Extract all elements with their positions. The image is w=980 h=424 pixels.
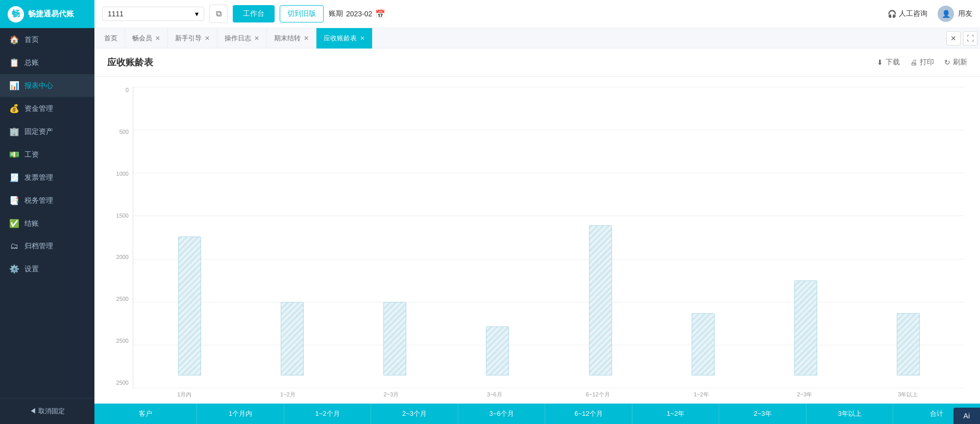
action-打印[interactable]: 🖨打印	[910, 58, 934, 67]
x-label: 2~3月	[339, 391, 443, 398]
table-header-cell: 3年以上	[806, 404, 894, 424]
y-label: 1500	[110, 213, 129, 219]
switch-version-button[interactable]: 切到旧版	[280, 5, 324, 22]
ai-badge[interactable]: Ai	[953, 408, 980, 424]
tab-close-icon[interactable]: ✕	[304, 35, 309, 42]
nav-icon: ⚙️	[9, 264, 19, 274]
tab-close-icon[interactable]: ✕	[205, 35, 210, 42]
tab-首页[interactable]: 首页	[97, 28, 125, 49]
sidebar-item-发票管理[interactable]: 🧾 发票管理	[0, 166, 94, 189]
action-label: 下载	[886, 58, 900, 67]
sidebar-item-label: 资金管理	[24, 104, 53, 113]
y-axis: 2500250025002000150010005000	[110, 87, 133, 398]
topbar-right: 🎧 人工咨询 👤 用友	[888, 6, 972, 22]
sidebar: 畅 畅捷通易代账 🏠 首页 📋 总账 📊 报表中心 💰 资金管理 🏢 固定资产 …	[0, 0, 94, 424]
bar	[178, 237, 201, 375]
content-area: 应收账龄表 ⬇下载🖨打印↻刷新 250025002500200015001000…	[94, 49, 980, 424]
bar-group	[446, 326, 549, 375]
bar-group	[857, 313, 960, 375]
sidebar-item-label: 归档管理	[24, 242, 53, 251]
sidebar-item-固定资产[interactable]: 🏢 固定资产	[0, 120, 94, 143]
table-header-cell: 2~3个月	[371, 404, 458, 424]
tab-新手引导[interactable]: 新手引导✕	[168, 28, 217, 49]
sidebar-item-设置[interactable]: ⚙️ 设置	[0, 257, 94, 280]
logo-text: 畅捷通易代账	[28, 9, 74, 19]
calendar-icon[interactable]: 📅	[375, 9, 385, 19]
tab-close-icon[interactable]: ✕	[155, 35, 160, 42]
tab-label: 期末结转	[274, 34, 301, 43]
action-icon: ⬇	[877, 58, 883, 66]
period-value: 2023-02	[346, 10, 372, 18]
tab-畅会员[interactable]: 畅会员✕	[125, 28, 168, 49]
tab-操作日志[interactable]: 操作日志✕	[217, 28, 267, 49]
table-header-cell: 客户	[94, 404, 197, 424]
table-header: 客户1个月内1~2个月2~3个月3~6个月6~12个月1~2年2~3年3年以上合…	[94, 404, 980, 424]
grid-lines	[133, 87, 965, 388]
chart-container: 2500250025002000150010005000 1月内1~2月2~3月…	[94, 77, 980, 404]
action-下载[interactable]: ⬇下载	[877, 58, 900, 67]
tab-期末结转[interactable]: 期末结转✕	[267, 28, 316, 49]
grid-line	[133, 388, 965, 388]
header-actions: ⬇下载🖨打印↻刷新	[877, 58, 967, 67]
bar	[281, 302, 304, 375]
sidebar-item-税务管理[interactable]: 📑 税务管理	[0, 189, 94, 212]
headset-icon: 🎧	[888, 10, 896, 18]
period-label: 账期	[329, 9, 343, 18]
x-label: 3~6月	[443, 391, 547, 398]
close-tab-button[interactable]: ✕	[946, 31, 961, 45]
sidebar-item-结账[interactable]: ✅ 结账	[0, 212, 94, 235]
tab-close-icon[interactable]: ✕	[254, 35, 259, 42]
action-icon: ↻	[944, 58, 950, 66]
workbench-button[interactable]: 工作台	[233, 5, 275, 22]
y-label: 2500	[110, 338, 129, 344]
tabs-container: 首页畅会员✕新手引导✕操作日志✕期末结转✕应收账龄表✕	[97, 28, 946, 49]
action-刷新[interactable]: ↻刷新	[944, 58, 967, 67]
period-info: 账期 2023-02 📅	[329, 9, 385, 19]
sidebar-item-label: 结账	[24, 219, 39, 228]
tab-close-icon[interactable]: ✕	[360, 35, 365, 42]
bar	[794, 280, 817, 375]
x-label: 1~2年	[650, 391, 753, 398]
nav-icon: 📑	[9, 196, 19, 205]
bar	[589, 225, 612, 375]
sidebar-item-首页[interactable]: 🏠 首页	[0, 28, 94, 51]
consultation-label: 人工咨询	[899, 9, 927, 18]
bar-group	[344, 302, 446, 375]
bar	[486, 326, 509, 375]
bar-group	[754, 280, 857, 375]
logo-icon: 畅	[8, 6, 24, 22]
tab-label: 操作日志	[225, 34, 251, 43]
sidebar-item-归档管理[interactable]: 🗂 归档管理	[0, 235, 94, 257]
topbar: 1111 ▾ ⧉ 工作台 切到旧版 账期 2023-02 📅 🎧 人工咨询 👤 …	[94, 0, 980, 28]
sidebar-item-label: 固定资产	[24, 127, 53, 136]
nav-icon: 💰	[9, 104, 19, 113]
expand-tab-button[interactable]: ⛶	[963, 31, 977, 45]
sidebar-item-资金管理[interactable]: 💰 资金管理	[0, 97, 94, 120]
y-label: 500	[110, 129, 129, 135]
user-info[interactable]: 👤 用友	[938, 6, 972, 22]
tab-应收账龄表[interactable]: 应收账龄表✕	[316, 28, 373, 49]
x-label: 6~12个月	[546, 391, 650, 398]
table-header-cell: 1~2个月	[284, 404, 372, 424]
tabs-bar: 首页畅会员✕新手引导✕操作日志✕期末结转✕应收账龄表✕ ✕ ⛶	[94, 28, 980, 49]
table-header-cell: 2~3年	[719, 404, 806, 424]
consultation-button[interactable]: 🎧 人工咨询	[888, 9, 927, 18]
sidebar-item-总账[interactable]: 📋 总账	[0, 51, 94, 74]
bar-group	[241, 302, 344, 375]
cancel-pin-button[interactable]: ◀ 取消固定	[0, 403, 94, 420]
tab-label: 应收账龄表	[324, 34, 357, 43]
sidebar-item-label: 设置	[24, 265, 39, 274]
bar	[897, 313, 920, 375]
sidebar-item-label: 报表中心	[24, 81, 53, 90]
sidebar-nav: 🏠 首页 📋 总账 📊 报表中心 💰 资金管理 🏢 固定资产 💵 工资 🧾 发票…	[0, 28, 94, 398]
sidebar-item-label: 税务管理	[24, 196, 53, 205]
company-selector[interactable]: 1111 ▾	[102, 7, 204, 21]
page-header: 应收账龄表 ⬇下载🖨打印↻刷新	[94, 49, 980, 77]
sidebar-item-label: 工资	[24, 150, 39, 159]
table-header-cell: 6~12个月	[545, 404, 632, 424]
copy-icon-button[interactable]: ⧉	[209, 5, 228, 23]
sidebar-item-报表中心[interactable]: 📊 报表中心	[0, 74, 94, 97]
main-content: 1111 ▾ ⧉ 工作台 切到旧版 账期 2023-02 📅 🎧 人工咨询 👤 …	[94, 0, 980, 424]
y-label: 2500	[110, 380, 129, 386]
sidebar-item-工资[interactable]: 💵 工资	[0, 143, 94, 166]
